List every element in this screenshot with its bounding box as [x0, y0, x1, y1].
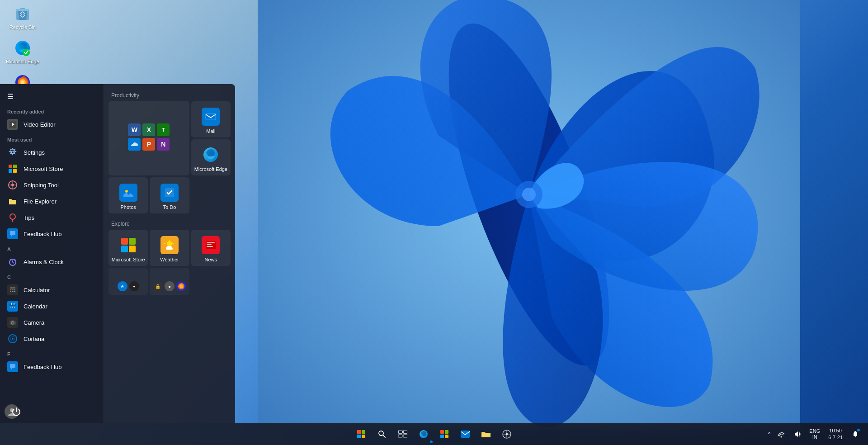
svg-point-55	[12, 338, 14, 340]
sidebar-item-tips[interactable]: Tips	[0, 209, 104, 226]
network-icon	[778, 431, 785, 438]
svg-rect-26	[9, 200, 16, 204]
store-taskbar-button[interactable]	[434, 424, 454, 444]
most-used-label: Most used	[0, 133, 104, 144]
svg-rect-64	[121, 246, 128, 252]
sidebar-item-snipping-tool[interactable]: Snipping Tool	[0, 177, 104, 193]
publisher-icon: N	[157, 138, 170, 151]
svg-point-25	[11, 184, 14, 186]
apps-panel: Productivity W X	[104, 84, 235, 423]
video-editor-icon	[7, 119, 18, 130]
start-menu: ☰ Recently added Video Editor Most used	[0, 84, 235, 423]
svg-point-29	[12, 221, 14, 222]
misc-tile-2[interactable]: 🔒 ●	[150, 268, 189, 295]
tips-label: Tips	[24, 214, 34, 221]
sidebar-item-calculator[interactable]: Calculator	[0, 282, 104, 298]
sidebar-item-alarms-clock[interactable]: Alarms & Clock	[0, 254, 104, 270]
svg-point-13	[21, 80, 24, 84]
volume-button[interactable]	[790, 425, 805, 443]
svg-rect-44	[9, 304, 16, 306]
mail-taskbar-button[interactable]	[455, 424, 475, 444]
file-explorer-taskbar-button[interactable]	[476, 424, 496, 444]
recently-added-label: Recently added	[0, 104, 104, 116]
calendar-icon	[7, 301, 18, 312]
photos-tile[interactable]: Photos	[108, 177, 148, 213]
recycle-bin-label: Recycle Bin	[9, 24, 36, 30]
sidebar-item-file-explorer[interactable]: File Explorer	[0, 193, 104, 209]
svg-rect-89	[403, 435, 407, 437]
svg-rect-56	[206, 114, 216, 120]
sidebar-item-camera[interactable]: Camera	[0, 314, 104, 331]
video-editor-label: Video Editor	[24, 121, 56, 128]
desktop-icon-edge[interactable]: Microsoft Edge	[5, 39, 41, 64]
store-tile-label: Microsoft Store	[112, 257, 145, 262]
powerpoint-icon: P	[142, 138, 155, 151]
svg-rect-19	[13, 165, 17, 168]
edge-taskbar-button[interactable]	[414, 424, 434, 444]
sidebar-item-feedback-hub[interactable]: Feedback Hub	[0, 226, 104, 242]
language-button[interactable]: ENG IN	[807, 427, 823, 441]
svg-rect-38	[12, 289, 14, 290]
dot-icon: ●	[165, 281, 175, 291]
misc-icons2: 🔒 ●	[153, 281, 186, 291]
search-button[interactable]	[372, 424, 392, 444]
cortana-icon	[7, 333, 18, 344]
task-view-button[interactable]	[393, 424, 413, 444]
mail-taskbar-icon	[461, 431, 470, 438]
sidebar-item-settings[interactable]: Settings	[0, 144, 104, 161]
taskbar-time: 10:50	[829, 427, 842, 434]
svg-rect-41	[12, 291, 14, 292]
edge-tile[interactable]: Microsoft Edge	[191, 139, 231, 175]
taskbar: ^ ENG IN	[0, 423, 868, 445]
file-explorer-label: File Explorer	[24, 198, 57, 205]
taskbar-clock[interactable]: 10:50 6-7-21	[825, 426, 846, 443]
mail-tile[interactable]: Mail	[191, 101, 231, 137]
svg-point-3	[522, 188, 536, 201]
cortana-label: Cortana	[24, 336, 44, 342]
start-button[interactable]	[351, 424, 371, 444]
notification-button[interactable]	[848, 425, 863, 443]
taskbar-center	[0, 423, 868, 445]
store-tile[interactable]: Microsoft Store	[108, 230, 148, 266]
recycle-bin-icon	[14, 5, 32, 23]
desktop-icon-recycle-bin[interactable]: Recycle Bin	[5, 5, 41, 30]
feedback-hub2-icon	[7, 361, 18, 372]
sidebar-item-calendar[interactable]: Calendar	[0, 298, 104, 314]
settings-icon	[7, 147, 18, 158]
region-label: IN	[812, 434, 817, 440]
svg-line-32	[13, 262, 14, 263]
svg-rect-93	[440, 435, 444, 438]
system-tray: ^ ENG IN	[766, 425, 868, 443]
snip-taskbar-button[interactable]	[497, 424, 517, 444]
svg-rect-95	[461, 431, 470, 438]
misc-tile-1[interactable]: e ●	[108, 268, 148, 295]
sidebar-item-feedback-hub2[interactable]: Feedback Hub	[0, 359, 104, 375]
alarms-clock-label: Alarms & Clock	[24, 259, 64, 265]
todo-tile[interactable]: To Do	[150, 177, 189, 213]
calculator-icon	[7, 284, 18, 295]
store-tile-icon	[119, 236, 137, 254]
sidebar-item-microsoft-store[interactable]: Microsoft Store	[0, 161, 104, 177]
svg-rect-5	[16, 9, 29, 11]
sidebar-item-cortana[interactable]: Cortana	[0, 331, 104, 347]
weather-tile-icon	[160, 236, 179, 254]
edge-icon	[14, 39, 32, 57]
svg-rect-39	[14, 289, 15, 290]
sidebar-menu-button[interactable]: ☰	[0, 89, 104, 104]
tray-expand-button[interactable]: ^	[766, 429, 773, 439]
weather-tile[interactable]: Weather	[150, 230, 189, 266]
office-tile[interactable]: W X T	[108, 101, 189, 175]
network-button[interactable]	[774, 425, 788, 443]
news-tile[interactable]: News	[191, 230, 231, 266]
svg-point-60	[125, 190, 128, 193]
file-explorer-icon	[7, 196, 18, 207]
svg-rect-80	[357, 430, 361, 434]
feedback-icon	[7, 228, 18, 239]
svg-point-101	[781, 436, 782, 438]
svg-rect-74	[207, 246, 213, 247]
sidebar-item-video-editor[interactable]: Video Editor	[0, 116, 104, 133]
svg-rect-36	[10, 287, 15, 289]
settings-label: Settings	[24, 149, 45, 156]
svg-rect-96	[481, 433, 491, 437]
svg-rect-42	[14, 291, 15, 292]
